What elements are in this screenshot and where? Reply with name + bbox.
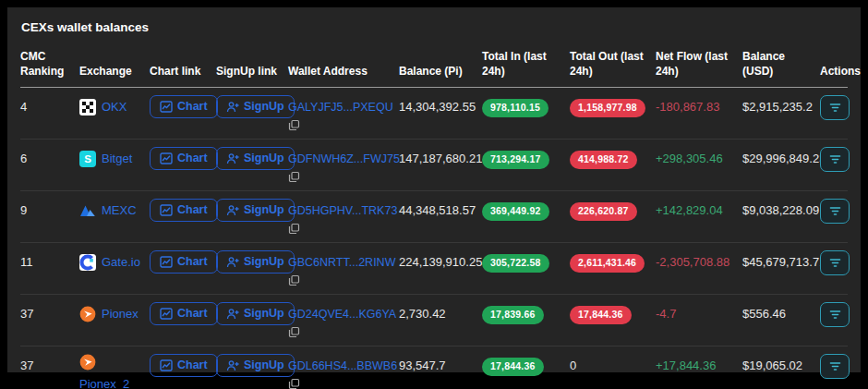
total-in-badge: 17,839.66 <box>482 306 544 324</box>
svg-text:S: S <box>84 154 91 165</box>
wallet-address-link[interactable]: GALYJFJ5...PXEQU <box>288 95 393 119</box>
signup-button[interactable]: SignUp <box>216 199 295 222</box>
cex-wallet-balances-panel: CEXs wallet balances CMC Ranking Exchang… <box>7 7 861 372</box>
copy-icon[interactable] <box>288 274 300 286</box>
chart-icon <box>160 308 173 320</box>
chart-button[interactable]: Chart <box>150 354 218 377</box>
table-row: 9 MEXC Chart <box>20 191 848 243</box>
exchange-link[interactable]: OKX <box>102 95 127 119</box>
wallet-address-link[interactable]: GBC6NRTT...2RINW <box>288 250 395 274</box>
col-header-signup-link: SignUp link <box>216 64 288 79</box>
table-header: CMC Ranking Exchange Chart link SignUp l… <box>20 49 848 88</box>
person-add-icon <box>226 308 239 320</box>
total-in-badge: 713,294.17 <box>482 151 549 169</box>
net-flow-value: -4.7 <box>656 302 742 326</box>
total-out-badge: 17,844.36 <box>570 306 632 324</box>
copy-icon[interactable] <box>288 171 300 183</box>
total-in-badge: 978,110.15 <box>482 99 549 117</box>
chart-icon <box>160 359 173 371</box>
balance-usd-value: $19,065.02 <box>742 354 820 378</box>
balance-pi-value: 224,139,910.25 <box>399 250 482 274</box>
row-actions-button[interactable] <box>820 302 850 327</box>
pionex-icon <box>79 354 96 371</box>
signup-button[interactable]: SignUp <box>216 95 295 118</box>
wallet-address-link[interactable]: GDL66HS4...BBWB6 <box>288 354 397 378</box>
filter-icon <box>829 206 841 216</box>
copy-icon[interactable] <box>288 378 300 389</box>
balance-pi-value: 147,187,680.21 <box>399 147 482 171</box>
balance-pi-value: 93,547.7 <box>399 354 482 378</box>
person-add-icon <box>226 204 239 216</box>
filter-icon <box>829 258 841 268</box>
wallet-address-link[interactable]: GD5HGPHV...TRK73 <box>288 199 397 223</box>
signup-button[interactable]: SignUp <box>216 354 295 377</box>
copy-icon[interactable] <box>288 223 300 235</box>
balance-pi-value: 44,348,518.57 <box>399 199 482 223</box>
total-out-badge: 414,988.72 <box>570 151 637 169</box>
chart-icon <box>160 152 173 164</box>
col-header-balance-pi: Balance (Pi) <box>399 64 482 79</box>
gateio-icon <box>79 254 96 271</box>
row-actions-button[interactable] <box>820 250 850 275</box>
total-in-badge: 17,844.36 <box>482 358 544 376</box>
balance-usd-value: $556.46 <box>742 302 820 326</box>
balance-pi-value: 14,304,392.55 <box>399 95 482 119</box>
person-add-icon <box>226 359 239 371</box>
table-body: 4 OKX Chart <box>20 88 848 389</box>
bitget-icon: S <box>79 151 96 167</box>
person-add-icon <box>226 256 239 268</box>
total-out-value: 0 <box>570 359 576 372</box>
col-header-total-in: Total In (last 24h) <box>482 49 570 79</box>
exchange-link[interactable]: Pionex <box>102 302 139 326</box>
col-header-net-flow: Net Flow (last 24h) <box>656 49 742 79</box>
wallet-address-link[interactable]: GDFNWH6Z...FWJ75 <box>288 147 400 171</box>
filter-icon <box>829 154 841 164</box>
row-actions-button[interactable] <box>820 199 850 224</box>
chart-icon <box>160 256 173 268</box>
cmc-ranking-value: 37 <box>20 354 79 378</box>
okx-icon <box>79 99 96 115</box>
exchange-link[interactable]: Gate.io <box>102 250 140 274</box>
panel-title: CEXs wallet balances <box>21 20 848 34</box>
row-actions-button[interactable] <box>820 95 850 120</box>
table-row: 11 Gate.io Chart <box>20 243 848 295</box>
copy-icon[interactable] <box>288 326 300 338</box>
signup-button[interactable]: SignUp <box>216 302 295 325</box>
copy-icon[interactable] <box>288 119 300 131</box>
table-row: 37 Pionex Chart <box>20 295 848 346</box>
col-header-total-out: Total Out (last 24h) <box>570 49 656 79</box>
filter-icon <box>829 361 841 371</box>
net-flow-value: -2,305,708.88 <box>656 250 742 274</box>
total-out-badge: 2,611,431.46 <box>570 254 645 273</box>
exchange-link[interactable]: MEXC <box>102 199 137 223</box>
table-row: 6 S Bitget Chart <box>20 140 848 191</box>
pionex-icon <box>79 306 96 322</box>
col-header-cmc-ranking: CMC Ranking <box>20 49 79 79</box>
table-row: 4 OKX Chart <box>20 88 848 140</box>
chart-button[interactable]: Chart <box>150 147 218 170</box>
exchange-link[interactable]: Pionex_2 <box>79 372 129 389</box>
net-flow-value: +142,829.04 <box>656 199 742 223</box>
wallet-address-link[interactable]: GD24QVE4...KG6YA <box>288 302 396 326</box>
net-flow-value: +298,305.46 <box>656 147 742 171</box>
chart-button[interactable]: Chart <box>150 95 218 118</box>
net-flow-value: -180,867.83 <box>656 95 742 119</box>
mexc-icon <box>79 202 96 219</box>
signup-button[interactable]: SignUp <box>216 250 295 274</box>
cmc-ranking-value: 11 <box>20 250 79 274</box>
filter-icon <box>829 103 841 113</box>
row-actions-button[interactable] <box>820 147 850 172</box>
total-in-badge: 369,449.92 <box>482 202 549 221</box>
chart-button[interactable]: Chart <box>150 302 218 325</box>
person-add-icon <box>226 101 239 113</box>
col-header-exchange: Exchange <box>79 64 150 79</box>
chart-button[interactable]: Chart <box>150 199 218 222</box>
balance-usd-value: $2,915,235.2 <box>742 95 820 119</box>
row-actions-button[interactable] <box>820 354 850 379</box>
col-header-chart-link: Chart link <box>150 64 216 79</box>
table-row: 37 Pionex_2 Chart <box>20 346 848 389</box>
signup-button[interactable]: SignUp <box>216 147 295 170</box>
exchange-link[interactable]: Bitget <box>102 147 132 171</box>
chart-button[interactable]: Chart <box>150 250 218 274</box>
cmc-ranking-value: 4 <box>20 95 79 119</box>
